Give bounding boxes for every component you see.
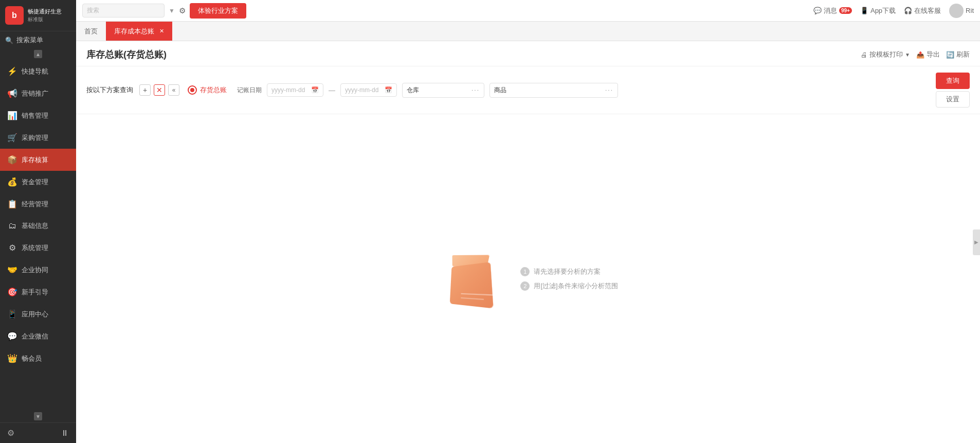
scheme-selector[interactable]: 存货总账 — [188, 85, 227, 95]
nav-icon-operations: 📋 — [7, 199, 17, 209]
topbar-left: 搜索 ▼ ⚙ 体验行业方案 — [82, 3, 809, 19]
message-btn[interactable]: 💬 消息 99+ — [813, 6, 852, 15]
app-download-label: App下载 — [870, 6, 896, 15]
settings-icon[interactable]: ⚙ — [7, 428, 14, 438]
refresh-label: 刷新 — [956, 50, 970, 59]
filter-add-btn[interactable]: + — [139, 84, 151, 96]
warehouse-label: 仓库 — [407, 86, 419, 95]
logo-text-block: 畅捷通好生意 标准版 — [28, 8, 62, 23]
right-panel-toggle[interactable]: ▶ — [973, 229, 980, 255]
export-icon: 📤 — [916, 51, 924, 59]
scroll-down-btn[interactable]: ▼ — [34, 412, 42, 420]
nav-icon-app-center: 📱 — [7, 309, 17, 319]
box-lines — [461, 293, 503, 296]
sidebar-item-wechat[interactable]: 💬企业微信 — [0, 325, 76, 347]
print-btn[interactable]: 🖨 按模板打印 ▼ — [861, 50, 910, 59]
nav-icon-cooperation: 🤝 — [7, 265, 17, 275]
nav-icon-sales: 📊 — [7, 111, 17, 120]
nav-icon-basic: 🗂 — [7, 221, 17, 231]
content-area: 库存总账(存货总账) 🖨 按模板打印 ▼ 📤 导出 🔄 刷新 按以下方案查 — [76, 41, 980, 443]
export-btn[interactable]: 📤 导出 — [916, 50, 940, 59]
filter-del-btn[interactable]: ✕ — [154, 84, 165, 96]
search-icon: 🔍 — [5, 37, 13, 44]
sidebar-item-vip[interactable]: 👑畅会员 — [0, 347, 76, 369]
sidebar-item-sales[interactable]: 📊销售管理 — [0, 104, 76, 127]
nav-label-finance: 资金管理 — [22, 178, 48, 187]
tab-home[interactable]: 首页 — [76, 22, 106, 41]
goods-more-icon[interactable]: ··· — [605, 86, 613, 94]
nav-icon-finance: 💰 — [7, 177, 17, 187]
message-label: 消息 — [824, 6, 837, 15]
scheme-dot-icon — [188, 85, 197, 95]
sidebar-item-cooperation[interactable]: 🤝企业协同 — [0, 259, 76, 281]
phone-icon: 📱 — [860, 7, 868, 14]
nav-icon-vip: 👑 — [7, 353, 17, 363]
scroll-up-btn[interactable]: ▲ — [34, 50, 42, 58]
search-menu[interactable]: 🔍 搜索菜单 — [0, 31, 76, 49]
sidebar-item-inventory[interactable]: 📦库存核算 — [0, 149, 76, 171]
header-actions: 🖨 按模板打印 ▼ 📤 导出 🔄 刷新 — [861, 50, 970, 59]
user-avatar-btn[interactable]: Rit — [949, 4, 974, 18]
empty-state: 1 请先选择要分析的方案 2 用[过滤]条件来缩小分析范围 — [76, 114, 980, 443]
app-badge: 标准版 — [28, 16, 62, 23]
hint-1-text: 请先选择要分析的方案 — [534, 267, 601, 276]
sidebar-bottom: ⚙ ⏸ — [0, 422, 76, 443]
refresh-btn[interactable]: 🔄 刷新 — [946, 50, 970, 59]
settings-btn[interactable]: 设置 — [936, 91, 970, 108]
online-service-btn[interactable]: 🎧 在线客服 — [904, 6, 941, 15]
print-dropdown-icon[interactable]: ▼ — [905, 52, 910, 58]
nav-label-wechat: 企业微信 — [22, 332, 48, 341]
nav-label-purchase: 采购管理 — [22, 133, 48, 143]
tab-inventory-cost[interactable]: 库存成本总账 ✕ — [106, 22, 172, 41]
sidebar-item-purchase[interactable]: 🛒采购管理 — [0, 127, 76, 149]
tab-home-label: 首页 — [84, 27, 98, 36]
date-start-input[interactable]: yyyy-mm-dd 📅 — [267, 83, 323, 97]
nav-label-marketing: 营销推广 — [22, 89, 48, 98]
sidebar-item-operations[interactable]: 📋经营管理 — [0, 193, 76, 215]
sidebar-item-app-center[interactable]: 📱应用中心 — [0, 303, 76, 325]
collapse-icon[interactable]: ⏸ — [61, 429, 69, 438]
sidebar-item-system[interactable]: ⚙系统管理 — [0, 237, 76, 259]
sidebar-item-basic[interactable]: 🗂基础信息 — [0, 215, 76, 237]
filter-inputs-row: 记账日期 yyyy-mm-dd 📅 — yyyy-mm-dd 📅 仓库 ··· … — [237, 83, 931, 98]
warehouse-select[interactable]: 仓库 ··· — [402, 83, 484, 98]
date-label: 记账日期 — [237, 86, 262, 95]
goods-select[interactable]: 商品 ··· — [489, 83, 618, 98]
nav-label-inventory: 库存核算 — [22, 155, 48, 165]
print-label: 按模板打印 — [869, 50, 903, 59]
empty-text: 1 请先选择要分析的方案 2 用[过滤]条件来缩小分析范围 — [520, 267, 618, 291]
message-badge: 99+ — [839, 7, 852, 14]
date-end-placeholder: yyyy-mm-dd — [345, 86, 378, 94]
tab-inventory-cost-label: 库存成本总账 — [114, 27, 154, 36]
tab-close-icon[interactable]: ✕ — [159, 28, 164, 34]
nav-label-basic: 基础信息 — [22, 221, 48, 231]
nav-icon-system: ⚙ — [7, 243, 17, 253]
filter-label: 按以下方案查询 — [86, 85, 133, 95]
filter-actions: + ✕ « — [139, 84, 179, 96]
topbar-chevron-icon[interactable]: ▼ — [169, 7, 175, 14]
user-name: Rit — [966, 7, 974, 14]
nav-icon-quick-nav: ⚡ — [7, 66, 17, 76]
warehouse-more-icon[interactable]: ··· — [471, 86, 480, 94]
app-download-btn[interactable]: 📱 App下载 — [860, 6, 896, 15]
topbar-gear-icon[interactable]: ⚙ — [179, 6, 186, 15]
topbar-search-box[interactable]: 搜索 — [82, 4, 165, 17]
sidebar-item-quick-nav[interactable]: ⚡快捷导航 — [0, 60, 76, 82]
nav-label-vip: 畅会员 — [22, 354, 42, 363]
nav-label-cooperation: 企业协同 — [22, 265, 48, 275]
date-end-input[interactable]: yyyy-mm-dd 📅 — [340, 83, 397, 97]
query-btn[interactable]: 查询 — [936, 73, 970, 89]
industry-btn[interactable]: 体验行业方案 — [190, 3, 246, 19]
topbar-search-placeholder: 搜索 — [87, 6, 99, 15]
hint-2-text: 用[过滤]条件来缩小分析范围 — [534, 281, 618, 291]
sidebar-item-finance[interactable]: 💰资金管理 — [0, 171, 76, 193]
export-label: 导出 — [927, 50, 940, 59]
sidebar-item-marketing[interactable]: 📢营销推广 — [0, 82, 76, 104]
nav-icon-guide: 🎯 — [7, 287, 17, 297]
nav-label-app-center: 应用中心 — [22, 310, 48, 319]
hint-1: 1 请先选择要分析的方案 — [520, 267, 618, 276]
hint-2: 2 用[过滤]条件来缩小分析范围 — [520, 281, 618, 291]
sidebar-item-guide[interactable]: 🎯新手引导 — [0, 281, 76, 303]
date-dash: — — [329, 86, 335, 94]
filter-collapse-btn[interactable]: « — [168, 84, 179, 96]
